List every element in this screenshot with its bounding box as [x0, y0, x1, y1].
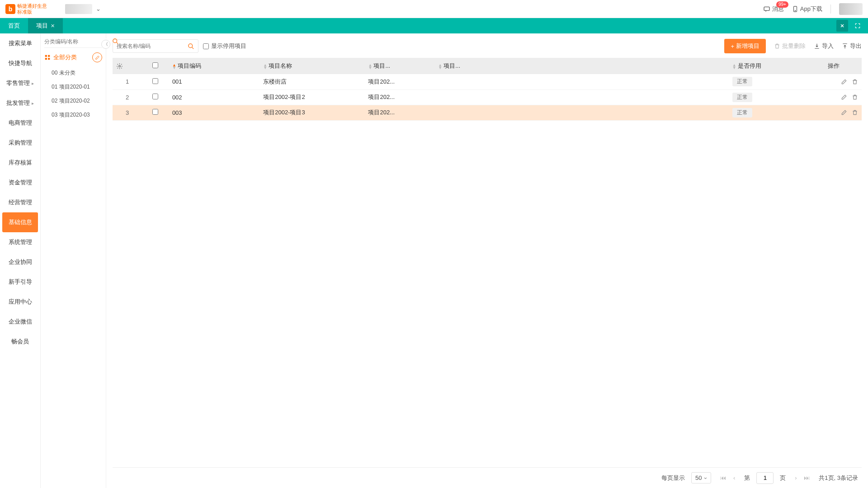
sidebar-item-label: 基础信息	[9, 218, 32, 226]
sidebar-item-3[interactable]: 批发管理▸	[0, 93, 40, 113]
add-project-button[interactable]: + 新增项目	[724, 39, 766, 53]
table-row[interactable]: 3003项目2002-项目3项目202...正常	[113, 105, 862, 120]
batch-delete-label: 批量删除	[782, 42, 806, 50]
sidebar-item-4[interactable]: 电商管理	[0, 113, 40, 133]
body: 搜索菜单快捷导航零售管理▸批发管理▸电商管理采购管理库存核算资金管理经营管理基础…	[0, 33, 868, 488]
add-project-label: 新增项目	[736, 42, 760, 50]
sidebar-item-12[interactable]: 新手引导	[0, 272, 40, 292]
sidebar-item-0[interactable]: 搜索菜单	[0, 33, 40, 53]
company-selector[interactable]: ⌄	[65, 4, 101, 14]
project-table: ▲▼项目编码 ▲▼项目名称 ▲▼项目... ▲▼项目... ▲▼是否停用 操作 …	[113, 58, 862, 467]
show-disabled-input[interactable]	[203, 43, 209, 49]
category-all[interactable]: 全部分类	[44, 52, 102, 62]
delete-row-button[interactable]	[852, 79, 858, 85]
per-page-select[interactable]: 50	[691, 472, 711, 483]
column-3[interactable]: ▲▼项目...	[364, 58, 434, 74]
tab-home[interactable]: 首页	[0, 18, 28, 33]
sidebar-item-10[interactable]: 系统管理	[0, 232, 40, 252]
svg-point-2	[795, 10, 795, 10]
column-name[interactable]: ▲▼项目名称	[259, 58, 364, 74]
sidebar-item-7[interactable]: 资金管理	[0, 173, 40, 192]
cell-status: 正常	[729, 105, 806, 120]
select-all-checkbox[interactable]	[152, 62, 158, 68]
status-badge: 正常	[732, 93, 752, 102]
batch-delete-button[interactable]: 批量删除	[774, 42, 806, 50]
sidebar-item-15[interactable]: 畅会员	[0, 332, 40, 352]
category-item-0[interactable]: 00 未分类	[44, 66, 102, 80]
show-disabled-checkbox[interactable]: 显示停用项目	[203, 42, 246, 50]
messages-button[interactable]: 消息 99+	[763, 5, 784, 13]
export-label: 导出	[850, 42, 862, 50]
category-all-label: 全部分类	[53, 53, 77, 61]
toolbar: 显示停用项目 + 新增项目 批量删除 导入 导出	[113, 38, 862, 54]
sidebar-item-9[interactable]: 基础信息	[2, 212, 38, 232]
gear-icon	[116, 63, 138, 70]
user-avatar[interactable]	[839, 3, 863, 15]
column-status[interactable]: ▲▼是否停用	[729, 58, 806, 74]
close-all-tabs-button[interactable]	[836, 20, 848, 32]
category-list: 00 未分类01 项目2020-0102 项目2020-0203 项目2020-…	[44, 66, 102, 122]
plus-icon: +	[731, 43, 734, 50]
sidebar-item-1[interactable]: 快捷导航	[0, 53, 40, 73]
page-input[interactable]	[756, 472, 774, 484]
column-code[interactable]: ▲▼项目编码	[169, 58, 259, 74]
category-item-2[interactable]: 02 项目2020-02	[44, 94, 102, 108]
edit-category-button[interactable]	[92, 52, 102, 62]
svg-rect-5	[48, 55, 50, 57]
toolbar-right: + 新增项目 批量删除 导入 导出	[724, 39, 862, 53]
row-checkbox[interactable]	[152, 78, 158, 84]
sidebar-item-5[interactable]: 采购管理	[0, 133, 40, 153]
sidebar-item-2[interactable]: 零售管理▸	[0, 73, 40, 93]
sidebar-item-14[interactable]: 企业微信	[0, 312, 40, 332]
delete-row-button[interactable]	[852, 94, 858, 100]
category-item-3[interactable]: 03 项目2020-03	[44, 108, 102, 122]
cell-col3: 项目202...	[364, 105, 434, 120]
column-ops: 操作	[806, 58, 862, 74]
header-divider	[830, 5, 831, 14]
export-button[interactable]: 导出	[842, 42, 862, 50]
sidebar-item-6[interactable]: 库存核算	[0, 153, 40, 173]
cell-col4	[434, 89, 728, 105]
tab-bar-actions	[836, 18, 868, 33]
edit-row-button[interactable]	[841, 109, 847, 116]
prev-page-button[interactable]: ‹	[731, 474, 738, 481]
import-button[interactable]: 导入	[814, 42, 834, 50]
page-nav-2: › ⏭	[792, 474, 812, 481]
close-icon[interactable]: ✕	[51, 23, 55, 29]
column-select-all[interactable]	[142, 58, 169, 74]
collapse-panel-button[interactable]: 《	[101, 40, 110, 49]
column-settings[interactable]	[113, 58, 142, 74]
search-icon[interactable]	[112, 38, 119, 45]
table-row[interactable]: 2002项目2002-项目2项目202...正常	[113, 89, 862, 105]
sidebar-item-label: 畅会员	[11, 338, 29, 346]
column-4[interactable]: ▲▼项目...	[434, 58, 728, 74]
sidebar-item-13[interactable]: 应用中心	[0, 292, 40, 312]
category-item-1[interactable]: 01 项目2020-01	[44, 80, 102, 94]
next-page-button[interactable]: ›	[792, 474, 799, 481]
fullscreen-button[interactable]	[852, 20, 863, 32]
first-page-button[interactable]: ⏮	[717, 474, 729, 481]
tab-project-label: 项目	[36, 22, 48, 30]
edit-row-button[interactable]	[841, 94, 847, 100]
header-actions: 消息 99+ App下载	[763, 3, 863, 15]
mobile-icon	[792, 5, 798, 13]
cell-code: 001	[169, 74, 259, 89]
row-checkbox[interactable]	[152, 94, 158, 99]
last-page-button[interactable]: ⏭	[801, 474, 812, 481]
svg-point-3	[113, 39, 117, 43]
category-search	[44, 38, 102, 48]
tab-project[interactable]: 项目 ✕	[28, 18, 63, 33]
row-actions	[809, 109, 858, 116]
delete-row-button[interactable]	[852, 109, 858, 116]
sidebar-item-8[interactable]: 经营管理	[0, 192, 40, 212]
row-index: 2	[113, 89, 142, 105]
table-row[interactable]: 1001东楼街店项目202...正常	[113, 74, 862, 89]
cell-code: 003	[169, 105, 259, 120]
app-download-button[interactable]: App下载	[792, 5, 822, 13]
search-input[interactable]	[117, 43, 188, 49]
edit-row-button[interactable]	[841, 79, 847, 85]
cell-name: 东楼街店	[259, 74, 364, 89]
search-icon[interactable]	[188, 43, 194, 50]
sidebar-item-11[interactable]: 企业协同	[0, 252, 40, 272]
row-checkbox[interactable]	[152, 109, 158, 115]
